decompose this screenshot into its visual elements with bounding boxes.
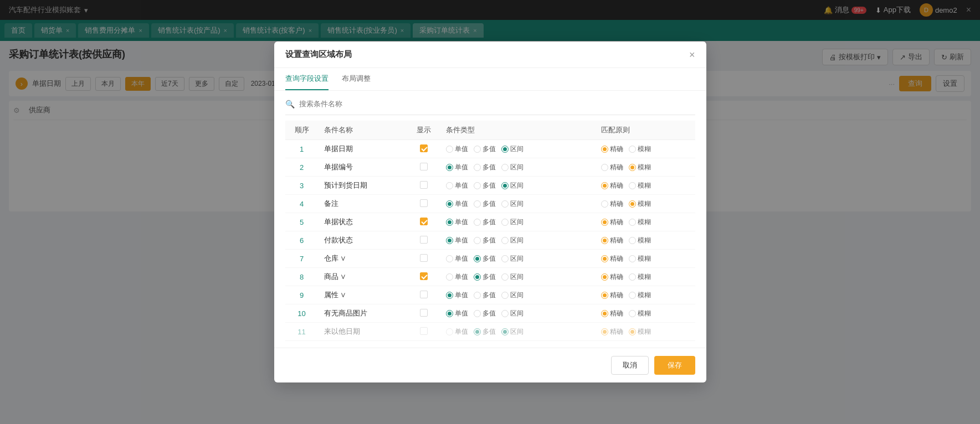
radio-label: 模糊	[638, 144, 651, 154]
row-checkbox-cell	[407, 195, 440, 213]
row-match-cell: 精确模糊	[596, 177, 695, 195]
dialog-body: 🔍 顺序 条件名称 显示 条件类型 匹配原则	[274, 91, 706, 218]
radio-dot	[501, 200, 509, 208]
type-radio-multi[interactable]: 多值	[474, 218, 496, 219]
radio-dot	[446, 164, 453, 171]
type-radio-range[interactable]: 区间	[501, 199, 524, 209]
radio-dot	[601, 164, 608, 171]
radio-label: 单值	[455, 144, 468, 154]
radio-dot	[629, 164, 636, 171]
radio-dot	[446, 182, 453, 189]
search-input[interactable]	[299, 97, 695, 110]
radio-dot	[446, 200, 453, 208]
radio-label: 精确	[610, 163, 623, 172]
radio-dot	[474, 200, 481, 208]
row-name: 单据编号	[319, 158, 407, 177]
row-match-cell: 精确模糊	[596, 140, 695, 158]
row-order: 5	[285, 213, 319, 219]
match-radio-fuzzy[interactable]: 模糊	[629, 163, 651, 172]
conditions-table-wrap: 顺序 条件名称 显示 条件类型 匹配原则 1单据日期单值多值区间精确模糊2单据编…	[285, 121, 695, 218]
radio-label: 模糊	[638, 218, 651, 219]
match-radio-exact[interactable]: 精确	[601, 181, 623, 190]
row-checkbox-cell	[407, 140, 440, 158]
row-checkbox-cell	[407, 213, 440, 219]
dialog-header: 设置查询区域布局 ×	[274, 42, 706, 68]
row-checkbox[interactable]	[420, 199, 428, 207]
row-name: 单据状态	[319, 213, 407, 219]
radio-dot	[629, 200, 636, 208]
row-match-cell: 精确模糊	[596, 213, 695, 219]
row-name: 单据日期	[319, 140, 407, 158]
match-radio-exact[interactable]: 精确	[601, 199, 623, 209]
row-type-cell: 单值多值区间	[440, 158, 596, 177]
row-name: 备注	[319, 195, 407, 213]
row-checkbox[interactable]	[420, 181, 428, 189]
radio-label: 精确	[610, 218, 623, 219]
col-display: 显示	[407, 121, 440, 140]
col-order: 顺序	[285, 121, 319, 140]
radio-label: 精确	[610, 144, 623, 154]
type-radio-multi[interactable]: 多值	[474, 199, 496, 209]
type-radio-single[interactable]: 单值	[446, 181, 468, 190]
row-order: 1	[285, 140, 319, 158]
type-radio-range[interactable]: 区间	[501, 144, 524, 154]
type-radio-single[interactable]: 单值	[446, 199, 468, 209]
radio-dot	[474, 146, 481, 153]
radio-label: 单值	[455, 199, 468, 209]
tab-query-fields-label: 查询字段设置	[285, 74, 329, 82]
row-order: 4	[285, 195, 319, 213]
type-radio-single[interactable]: 单值	[446, 144, 468, 154]
row-type-cell: 单值多值区间	[440, 213, 596, 219]
match-radio-fuzzy[interactable]: 模糊	[629, 199, 651, 209]
dialog-tabs: 查询字段设置 布局调整	[274, 68, 706, 91]
search-icon: 🔍	[285, 100, 295, 108]
col-name: 条件名称	[319, 121, 407, 140]
type-radio-single[interactable]: 单值	[446, 218, 468, 219]
row-checkbox[interactable]	[420, 144, 428, 152]
radio-label: 模糊	[638, 181, 651, 190]
type-radio-multi[interactable]: 多值	[474, 181, 496, 190]
tab-query-fields[interactable]: 查询字段设置	[285, 68, 329, 90]
table-row: 5单据状态单值多值区间精确模糊	[285, 213, 695, 219]
row-match-cell: 精确模糊	[596, 195, 695, 213]
radio-label: 精确	[610, 199, 623, 209]
radio-label: 多值	[483, 144, 496, 154]
radio-dot	[629, 182, 636, 189]
type-radio-range[interactable]: 区间	[501, 163, 524, 172]
radio-label: 精确	[610, 181, 623, 190]
type-radio-range[interactable]: 区间	[501, 181, 524, 190]
radio-label: 区间	[510, 144, 524, 154]
radio-label: 区间	[510, 163, 524, 172]
table-row: 3预计到货日期单值多值区间精确模糊	[285, 177, 695, 195]
radio-label: 单值	[455, 218, 468, 219]
row-checkbox-cell	[407, 158, 440, 177]
match-radio-exact[interactable]: 精确	[601, 218, 623, 219]
type-radio-range[interactable]: 区间	[501, 218, 524, 219]
type-radio-multi[interactable]: 多值	[474, 163, 496, 172]
row-checkbox-cell	[407, 177, 440, 195]
type-radio-multi[interactable]: 多值	[474, 144, 496, 154]
match-radio-exact[interactable]: 精确	[601, 144, 623, 154]
dialog-close-button[interactable]: ×	[689, 50, 695, 60]
match-radio-fuzzy[interactable]: 模糊	[629, 181, 651, 190]
row-checkbox[interactable]	[420, 218, 428, 219]
type-radio-single[interactable]: 单值	[446, 163, 468, 172]
conditions-table: 顺序 条件名称 显示 条件类型 匹配原则 1单据日期单值多值区间精确模糊2单据编…	[285, 121, 695, 218]
match-radio-exact[interactable]: 精确	[601, 163, 623, 172]
radio-dot	[474, 164, 481, 171]
tab-layout-adjust-label: 布局调整	[342, 74, 371, 82]
row-checkbox[interactable]	[420, 163, 428, 170]
row-order: 2	[285, 158, 319, 177]
tab-layout-adjust[interactable]: 布局调整	[342, 68, 371, 90]
radio-dot	[601, 146, 608, 153]
table-row: 4备注单值多值区间精确模糊	[285, 195, 695, 213]
match-radio-fuzzy[interactable]: 模糊	[629, 218, 651, 219]
row-match-cell: 精确模糊	[596, 158, 695, 177]
radio-label: 区间	[510, 199, 524, 209]
search-row: 🔍	[285, 97, 695, 115]
radio-label: 多值	[483, 163, 496, 172]
match-radio-fuzzy[interactable]: 模糊	[629, 144, 651, 154]
radio-label: 区间	[510, 218, 524, 219]
radio-dot	[501, 182, 509, 189]
table-row: 1单据日期单值多值区间精确模糊	[285, 140, 695, 158]
